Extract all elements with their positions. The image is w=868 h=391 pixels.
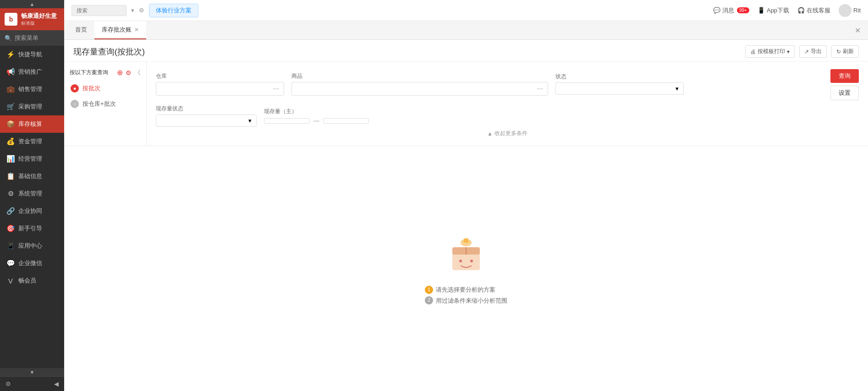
vip-icon: V — [6, 277, 15, 285]
sidebar-item-apps[interactable]: 📱 应用中心 — [0, 237, 64, 255]
query-button[interactable]: 查询 — [830, 69, 859, 83]
sidebar-item-sales[interactable]: 💼 销售管理 — [0, 81, 64, 98]
sidebar-item-label: 采购管理 — [18, 103, 42, 111]
step-1-text: 请先选择要分析的方案 — [436, 284, 495, 295]
filter-option-inactive-dot: ○ — [71, 100, 79, 108]
sidebar-search[interactable]: 🔍 搜索菜单 — [0, 30, 64, 46]
tab-home[interactable]: 首页 — [68, 21, 94, 39]
empty-step-1: 1 请先选择要分析的方案 — [425, 284, 507, 295]
refresh-btn[interactable]: ↻ 刷新 — [831, 45, 859, 58]
main-filter: 仓库 ··· 商品 ··· 状态 — [147, 62, 868, 146]
sidebar-item-label: 企业协同 — [18, 207, 42, 215]
sidebar-logo: b — [5, 13, 17, 26]
sidebar-item-operations[interactable]: 📊 经营管理 — [0, 150, 64, 168]
empty-step-2: 2 用过滤条件来缩小分析范围 — [425, 295, 507, 306]
topbar-left: ▾ ⚙ 体验行业方案 — [71, 4, 198, 17]
settings-gear-icon[interactable]: ⚙ — [139, 7, 144, 14]
message-icon: 💬 — [713, 7, 720, 14]
online-service-label: 在线客服 — [807, 6, 830, 15]
sidebar-item-system[interactable]: ⚙ 系统管理 — [0, 185, 64, 202]
filter-sidebar-collapse-btn[interactable]: 《 — [134, 69, 141, 77]
svg-point-3 — [459, 260, 462, 262]
filter-option-by-batch[interactable]: ● 按批次 — [64, 81, 146, 96]
settings-button[interactable]: 设置 — [830, 86, 859, 100]
sidebar-scroll-up[interactable]: ▲ — [0, 0, 64, 8]
tab-batch-account[interactable]: 库存批次账 ✕ — [94, 21, 146, 39]
template-print-btn[interactable]: 🖨 按模板打印 ▾ — [745, 45, 795, 58]
export-btn[interactable]: ↗ 导出 — [799, 45, 827, 58]
sidebar-item-guide[interactable]: 🎯 新手引导 — [0, 220, 64, 237]
filter-option-active-dot: ● — [71, 84, 79, 92]
sidebar-item-label: 营销推广 — [18, 68, 42, 76]
inventory-qty-field: 现存量（主） — — [264, 108, 369, 124]
inventory-qty-dash: — — [313, 117, 319, 124]
filter-option-by-batch-label: 按批次 — [82, 84, 100, 92]
sidebar-item-basics[interactable]: 📋 基础信息 — [0, 168, 64, 185]
sidebar-scroll-down[interactable]: ▼ — [0, 368, 64, 376]
filter-option-by-warehouse-batch[interactable]: ○ 按仓库+批次 — [64, 96, 146, 112]
step-2-num: 2 — [425, 296, 433, 304]
sidebar-bottom: ⚙ ◀ — [0, 376, 64, 391]
collapse-icon[interactable]: ◀ — [54, 380, 59, 387]
finance-icon: 💰 — [6, 137, 15, 146]
messages-btn[interactable]: 💬 消息 99+ — [713, 6, 749, 15]
sidebar-item-marketing[interactable]: 📢 营销推广 — [0, 63, 64, 81]
sidebar-item-vip[interactable]: V 畅会员 — [0, 272, 64, 289]
topbar-right: 💬 消息 99+ 📱 App下载 🎧 在线客服 Rit — [713, 4, 861, 17]
sidebar-item-label: 应用中心 — [18, 242, 42, 250]
sidebar-company-name: 畅康通好生意 — [21, 12, 57, 20]
export-label: 导出 — [811, 48, 822, 55]
status-select[interactable]: ▾ — [555, 82, 684, 95]
sidebar-company: 畅康通好生意 标准版 — [21, 12, 57, 27]
inventory-status-select[interactable]: ▾ — [156, 114, 257, 127]
export-icon: ↗ — [804, 49, 809, 55]
page-header-actions: 🖨 按模板打印 ▾ ↗ 导出 ↻ 刷新 — [745, 45, 859, 58]
sidebar-item-finance[interactable]: 💰 资金管理 — [0, 133, 64, 150]
close-all-tabs-btn[interactable]: ✕ — [851, 26, 864, 35]
tab-home-label: 首页 — [75, 26, 87, 34]
goods-label: 商品 — [291, 72, 548, 80]
experience-btn[interactable]: 体验行业方案 — [149, 4, 198, 17]
sidebar-item-inventory[interactable]: 📦 库存核算 — [0, 115, 64, 133]
collapse-more-btn[interactable]: ▲ 收起更多条件 — [156, 127, 859, 140]
tab-close-icon[interactable]: ✕ — [134, 27, 139, 33]
search-input[interactable] — [71, 5, 126, 16]
sidebar-item-quick-nav[interactable]: ⚡ 快捷导航 — [0, 46, 64, 63]
goods-input[interactable]: ··· — [291, 82, 548, 96]
inventory-status-label: 现存量状态 — [156, 105, 257, 113]
inventory-qty-max-input[interactable] — [323, 118, 369, 124]
empty-svg — [443, 234, 489, 275]
system-icon: ⚙ — [6, 190, 15, 198]
collapse-text: 收起更多条件 — [494, 130, 527, 137]
sidebar-item-label: 新手引导 — [18, 224, 42, 233]
add-filter-btn[interactable]: ⊕ — [117, 68, 123, 77]
sidebar-header: b 畅康通好生意 标准版 — [0, 8, 64, 30]
sidebar-item-purchase[interactable]: 🛒 采购管理 — [0, 98, 64, 115]
sidebar-search-label: 搜索菜单 — [15, 34, 38, 42]
app-download-btn[interactable]: 📱 App下载 — [758, 6, 789, 15]
settings-icon[interactable]: ⚙ — [5, 380, 11, 387]
status-dropdown-icon: ▾ — [676, 85, 679, 92]
sidebar: ▲ b 畅康通好生意 标准版 🔍 搜索菜单 ⚡ 快捷导航 📢 营销推广 💼 销售… — [0, 0, 64, 391]
filter-sidebar-title: 按以下方案查询 — [70, 69, 108, 76]
tab-batch-account-label: 库存批次账 — [102, 26, 132, 34]
sidebar-item-wechat[interactable]: 💬 企业微信 — [0, 255, 64, 272]
warehouse-input[interactable]: ··· — [156, 82, 284, 96]
sidebar-item-label: 资金管理 — [18, 137, 42, 146]
filter-settings-icon[interactable]: ⚙ — [126, 69, 132, 76]
dropdown-icon[interactable]: ▾ — [131, 7, 134, 14]
filter-actions: 查询 设置 — [830, 67, 859, 100]
online-service-btn[interactable]: 🎧 在线客服 — [797, 6, 830, 15]
filter-sidebar-actions: ⊕ ⚙ 《 — [117, 68, 141, 77]
step-1-num: 1 — [425, 286, 433, 294]
sidebar-item-label: 企业微信 — [18, 259, 42, 267]
print-icon: 🖨 — [750, 49, 756, 55]
wechat-icon: 💬 — [6, 259, 15, 267]
inventory-qty-min-input[interactable] — [264, 118, 310, 124]
sidebar-item-enterprise[interactable]: 🔗 企业协同 — [0, 202, 64, 220]
main-area: ▾ ⚙ 体验行业方案 💬 消息 99+ 📱 App下载 🎧 在线客服 Rit — [64, 0, 868, 391]
sidebar-item-label: 畅会员 — [18, 277, 36, 285]
sidebar-company-sub: 标准版 — [21, 20, 57, 27]
filter-sidebar-header: 按以下方案查询 ⊕ ⚙ 《 — [64, 66, 146, 81]
user-avatar-btn[interactable]: Rit — [839, 4, 861, 17]
